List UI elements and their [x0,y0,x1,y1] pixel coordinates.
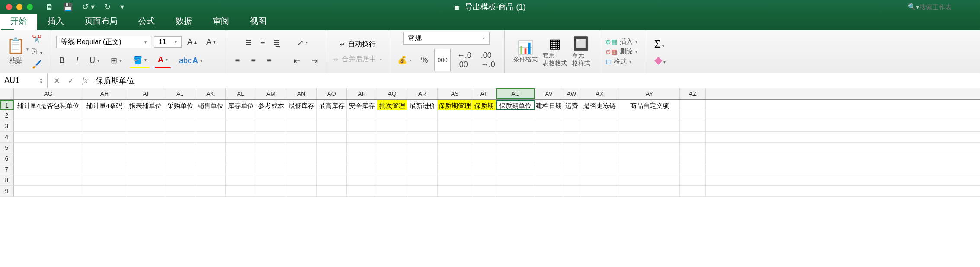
cell-AJ4[interactable] [165,132,195,142]
cell-AH8[interactable] [83,175,126,185]
currency-button[interactable]: 💰 [394,49,414,71]
cancel-edit-icon[interactable]: ✕ [54,76,60,86]
cell-AQ1[interactable]: 批次管理 [377,100,407,110]
cell-AR6[interactable] [407,153,438,164]
conditional-format[interactable]: 📊 条件格式 [513,40,538,64]
cell-AW1[interactable]: 运费 [563,100,580,110]
cell-AW5[interactable] [563,143,580,153]
fx-icon[interactable]: fx [82,76,88,85]
indent-decrease[interactable]: ⇤ [291,54,303,68]
cell-AR4[interactable] [407,132,438,142]
cell-AM4[interactable] [256,132,286,142]
cell-AX8[interactable] [580,175,619,185]
clear-button[interactable]: ◆ [654,54,666,66]
cell-AH7[interactable] [83,164,126,175]
cell-AM2[interactable] [256,110,286,121]
cell-AR5[interactable] [407,143,438,153]
increase-decimal[interactable]: ←.0.00 [454,49,474,71]
grow-font[interactable]: A▲ [184,35,201,49]
cell-AH2[interactable] [83,110,126,121]
format-painter-icon[interactable]: 🖌️ [32,60,44,69]
cell-AQ5[interactable] [377,143,407,153]
cell-AN6[interactable] [286,153,317,164]
cell-AJ2[interactable] [165,110,195,121]
cell-AZ4[interactable] [680,132,706,142]
cell-AI6[interactable] [126,153,165,164]
cell-AN7[interactable] [286,164,317,175]
cell-AH3[interactable] [83,121,126,131]
cell-AL2[interactable] [226,110,256,121]
cell-AK8[interactable] [195,175,226,185]
cell-AZ8[interactable] [680,175,706,185]
cell-AI4[interactable] [126,132,165,142]
col-header-AV[interactable]: AV [535,88,563,99]
cell-AK1[interactable]: 销售单位 [195,100,226,110]
cell-AU1[interactable]: 保质期单位 [496,100,535,110]
cell-AZ2[interactable] [680,110,706,121]
cell-AL5[interactable] [226,143,256,153]
cell-AU4[interactable] [496,132,535,142]
row-header-8[interactable]: 8 [0,175,14,185]
row-header-4[interactable]: 4 [0,132,14,142]
cell-AK3[interactable] [195,121,226,131]
delete-cells[interactable]: ⊖▦删除▾ [605,48,637,56]
cell-AL1[interactable]: 库存单位 [226,100,256,110]
minimize-window[interactable] [16,4,22,10]
italic-button[interactable]: I [73,53,81,68]
cell-AJ7[interactable] [165,164,195,175]
cell-AO5[interactable] [317,143,347,153]
cell-AJ8[interactable] [165,175,195,185]
cell-AI9[interactable] [126,186,165,196]
cell-AH6[interactable] [83,153,126,164]
cell-AO7[interactable] [317,164,347,175]
col-header-AS[interactable]: AS [438,88,472,99]
paste-label[interactable]: 粘贴 [9,56,23,65]
cell-AZ1[interactable] [680,100,706,110]
row-header-2[interactable]: 2 [0,110,14,121]
row-header-3[interactable]: 3 [0,121,14,131]
row-header-1[interactable]: 1 [0,100,14,110]
cell-AG9[interactable] [14,186,83,196]
percent-button[interactable]: % [418,49,431,71]
cell-AV7[interactable] [535,164,563,175]
cell-AT1[interactable]: 保质期 [472,100,496,110]
cell-AI1[interactable]: 报表辅单位 [126,100,165,110]
cell-AT5[interactable] [472,143,496,153]
cell-AP3[interactable] [347,121,377,131]
cell-AT6[interactable] [472,153,496,164]
cell-AX4[interactable] [580,132,619,142]
cell-AG1[interactable]: 辅计量4是否包装单位 [14,100,83,110]
cell-AK7[interactable] [195,164,226,175]
cell-AJ9[interactable] [165,186,195,196]
cell-AX5[interactable] [580,143,619,153]
cell-AZ6[interactable] [680,153,706,164]
cell-AO6[interactable] [317,153,347,164]
cell-AS3[interactable] [438,121,472,131]
cell-AH9[interactable] [83,186,126,196]
cell-AG6[interactable] [14,153,83,164]
cell-AG7[interactable] [14,164,83,175]
cell-AU5[interactable] [496,143,535,153]
align-bottom[interactable]: ≡̲ [270,36,283,50]
cell-AP4[interactable] [347,132,377,142]
col-header-AJ[interactable]: AJ [165,88,195,99]
font-name-select[interactable]: 等线 Regular (正文)▾ [56,36,151,48]
cell-AK4[interactable] [195,132,226,142]
col-header-AM[interactable]: AM [256,88,286,99]
spreadsheet-grid[interactable]: AGAHAIAJAKALAMANAOAPAQARASATAUAVAWAXAYAZ… [0,88,980,197]
font-size-select[interactable]: 11▾ [154,36,182,48]
col-header-AL[interactable]: AL [226,88,256,99]
cell-AS6[interactable] [438,153,472,164]
cell-AR8[interactable] [407,175,438,185]
col-header-AQ[interactable]: AQ [377,88,407,99]
cell-AY6[interactable] [619,153,680,164]
cell-AU8[interactable] [496,175,535,185]
cell-AK6[interactable] [195,153,226,164]
cell-AN3[interactable] [286,121,317,131]
sheet-search[interactable]: 🔍▾ [908,3,971,11]
cell-AT9[interactable] [472,186,496,196]
cell-AG2[interactable] [14,110,83,121]
cell-AQ6[interactable] [377,153,407,164]
tab-view[interactable]: 视图 [240,12,277,30]
cell-AW3[interactable] [563,121,580,131]
